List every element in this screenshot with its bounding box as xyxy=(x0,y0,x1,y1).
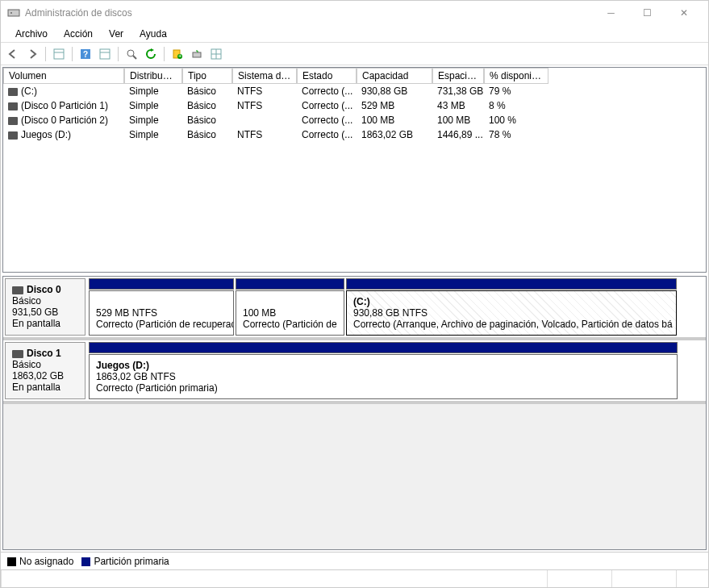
partition-title: (C:) xyxy=(353,296,669,307)
back-button[interactable] xyxy=(4,45,22,63)
volume-fs: NTFS xyxy=(232,85,297,98)
minimize-button[interactable]: ─ xyxy=(593,1,629,25)
properties-button[interactable] xyxy=(207,45,225,63)
partition-header-stripe xyxy=(346,278,677,290)
partition-box[interactable]: 100 MBCorrecto (Partición de xyxy=(236,290,344,336)
volume-layout: Simple xyxy=(124,128,182,141)
volume-free: 1446,89 ... xyxy=(432,128,484,141)
volume-row[interactable]: Juegos (D:)SimpleBásicoNTFSCorrecto (...… xyxy=(3,127,706,142)
svg-rect-2 xyxy=(54,49,64,59)
titlebar: Administración de discos ─ ☐ ✕ xyxy=(1,1,708,25)
col-status[interactable]: Estado xyxy=(297,68,357,84)
disk-size: 1863,02 GB xyxy=(12,370,78,382)
partition-size: 529 MB NTFS xyxy=(96,307,227,319)
disk-row: Disco 1Básico1863,02 GBEn pantallaJuegos… xyxy=(3,340,706,404)
volume-capacity: 529 MB xyxy=(357,99,432,112)
toolbar: ? + xyxy=(1,43,708,65)
partition-status: Correcto (Partición de recuperac xyxy=(96,319,227,330)
volume-status: Correcto (... xyxy=(297,114,357,127)
rescan-button[interactable] xyxy=(188,45,206,63)
disk-icon xyxy=(12,350,23,358)
partition-status: Correcto (Arranque, Archivo de paginació… xyxy=(353,319,669,330)
statusbar xyxy=(1,569,708,587)
partition-status: Correcto (Partición de xyxy=(243,319,337,330)
disk-row: Disco 0Básico931,50 GBEn pantalla529 MB … xyxy=(3,277,706,340)
disk-size: 931,50 GB xyxy=(12,307,78,318)
volume-type: Básico xyxy=(182,128,232,141)
volume-layout: Simple xyxy=(124,114,182,127)
volume-row[interactable]: (Disco 0 Partición 2)SimpleBásicoCorrect… xyxy=(3,113,706,127)
col-fs[interactable]: Sistema de ... xyxy=(232,68,297,84)
volume-layout: Simple xyxy=(124,99,182,112)
disk-name: Disco 0 xyxy=(27,284,61,295)
help-button[interactable]: ? xyxy=(77,45,94,63)
menu-help[interactable]: Ayuda xyxy=(131,27,175,41)
volume-type: Básico xyxy=(182,99,232,112)
refresh-button[interactable] xyxy=(142,45,160,63)
svg-point-8 xyxy=(127,50,134,56)
volume-capacity: 1863,02 GB xyxy=(357,128,432,141)
legend-primary: Partición primaria xyxy=(94,556,169,567)
view-button-1[interactable] xyxy=(50,45,68,63)
partition-box[interactable]: 529 MB NTFSCorrecto (Partición de recupe… xyxy=(89,290,234,336)
maximize-button[interactable]: ☐ xyxy=(629,1,665,25)
partition-box[interactable]: (C:)930,88 GB NTFSCorrecto (Arranque, Ar… xyxy=(346,290,677,336)
volume-icon xyxy=(8,102,18,111)
volume-name: Juegos (D:) xyxy=(21,129,71,140)
disk-icon xyxy=(12,286,23,294)
disk-type: Básico xyxy=(12,359,78,370)
disk-info[interactable]: Disco 1Básico1863,02 GBEn pantalla xyxy=(5,342,85,399)
volume-pct: 78 % xyxy=(484,128,548,141)
menu-file[interactable]: Archivo xyxy=(7,27,56,41)
volume-name: (C:) xyxy=(21,85,37,97)
disk-type: Básico xyxy=(12,295,78,307)
volume-icon xyxy=(8,117,18,125)
volume-list-header: Volumen Distribución Tipo Sistema de ...… xyxy=(3,68,706,84)
volume-type: Básico xyxy=(182,85,232,98)
svg-text:+: + xyxy=(178,52,182,60)
app-icon xyxy=(7,6,20,19)
volume-icon xyxy=(8,131,18,140)
partition-size: 1863,02 GB NTFS xyxy=(96,371,670,382)
volume-type: Básico xyxy=(182,114,232,127)
legend-swatch-primary xyxy=(81,557,90,566)
volume-row[interactable]: (C:)SimpleBásicoNTFSCorrecto (...930,88 … xyxy=(3,84,706,98)
volume-name: (Disco 0 Partición 2) xyxy=(21,115,108,126)
volume-free: 43 MB xyxy=(432,99,484,112)
legend-swatch-unallocated xyxy=(7,557,16,566)
svg-rect-6 xyxy=(100,49,110,59)
volume-row[interactable]: (Disco 0 Partición 1)SimpleBásicoNTFSCor… xyxy=(3,98,706,113)
volume-list[interactable]: Volumen Distribución Tipo Sistema de ...… xyxy=(2,67,707,273)
disk-panel[interactable]: Disco 0Básico931,50 GBEn pantalla529 MB … xyxy=(2,276,707,550)
col-layout[interactable]: Distribución xyxy=(124,68,182,84)
forward-button[interactable] xyxy=(23,45,41,63)
close-button[interactable]: ✕ xyxy=(665,1,702,25)
disk-status: En pantalla xyxy=(12,382,78,393)
partition-status: Correcto (Partición primaria) xyxy=(96,382,670,394)
col-volume[interactable]: Volumen xyxy=(3,68,124,84)
svg-line-9 xyxy=(133,56,136,59)
volume-status: Correcto (... xyxy=(297,128,357,141)
volume-pct: 8 % xyxy=(484,99,548,112)
partition-header-stripe xyxy=(89,278,234,290)
legend: No asignado Partición primaria xyxy=(1,552,708,569)
view-button-2[interactable] xyxy=(96,45,114,63)
partition-box[interactable]: Juegos (D:)1863,02 GB NTFSCorrecto (Part… xyxy=(89,354,678,399)
disk-info[interactable]: Disco 0Básico931,50 GBEn pantalla xyxy=(5,278,85,336)
new-button[interactable]: + xyxy=(169,45,186,63)
search-button[interactable] xyxy=(123,45,140,63)
col-type[interactable]: Tipo xyxy=(182,68,232,84)
volume-status: Correcto (... xyxy=(297,99,357,112)
disk-name: Disco 1 xyxy=(27,348,61,359)
col-pctfree[interactable]: % disponible xyxy=(484,68,548,84)
menu-action[interactable]: Acción xyxy=(56,27,101,41)
volume-pct: 100 % xyxy=(484,114,548,127)
col-free[interactable]: Espacio ... xyxy=(432,68,484,84)
col-capacity[interactable]: Capacidad xyxy=(357,68,432,84)
svg-rect-0 xyxy=(8,10,19,16)
volume-layout: Simple xyxy=(124,85,182,98)
volume-pct: 79 % xyxy=(484,85,548,98)
svg-text:?: ? xyxy=(83,50,88,59)
partition-title: Juegos (D:) xyxy=(96,360,670,371)
menu-view[interactable]: Ver xyxy=(101,27,131,41)
